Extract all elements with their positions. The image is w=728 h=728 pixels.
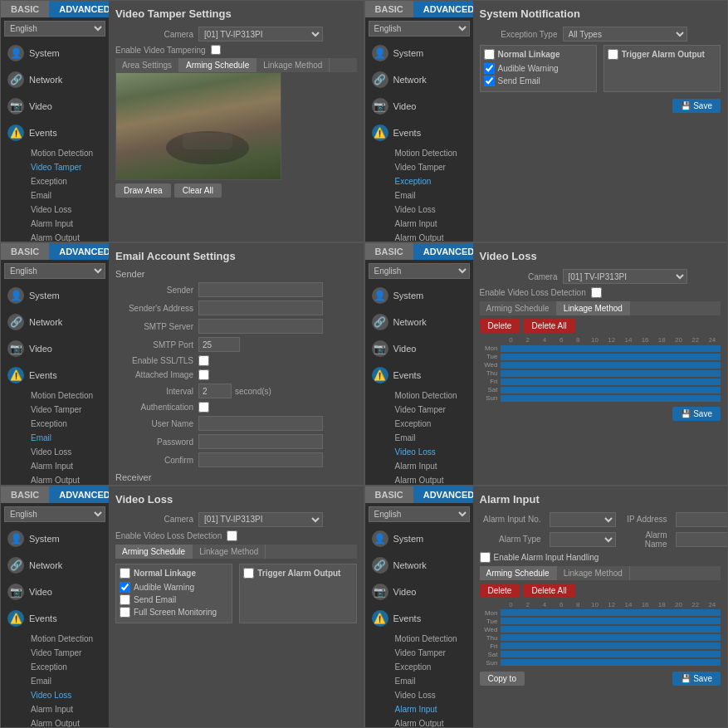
sub-email-4[interactable]: Email (365, 431, 473, 445)
sidebar-item-network-1[interactable]: 🔗 Network (1, 66, 109, 93)
camera-select-1[interactable]: [01] TV-IP313PI (198, 27, 323, 42)
lang-select-3[interactable]: English (4, 263, 105, 279)
tab-basic-2[interactable]: BASIC (365, 1, 413, 17)
save-btn-2[interactable]: 💾 Save (672, 99, 721, 113)
tab-basic-4[interactable]: BASIC (365, 243, 413, 260)
sidebar-item-network-6[interactable]: 🔗 Network (365, 552, 473, 579)
tab-basic-6[interactable]: BASIC (365, 486, 413, 503)
sub-exception-3[interactable]: Exception (1, 417, 109, 431)
delete-btn-4[interactable]: Delete (480, 319, 520, 333)
sub-email-3[interactable]: Email (1, 431, 109, 445)
sidebar-item-network-3[interactable]: 🔗 Network (1, 309, 109, 335)
audible-warning-check[interactable] (484, 63, 495, 74)
sidebar-item-system-1[interactable]: 👤 System (1, 40, 109, 66)
ssl-checkbox[interactable] (198, 355, 209, 366)
sidebar-item-video-3[interactable]: 📷 Video (1, 335, 109, 362)
auth-checkbox[interactable] (198, 402, 209, 413)
enable-checkbox-4[interactable] (591, 287, 602, 298)
username-input[interactable] (198, 416, 323, 431)
sub-exception-6[interactable]: Exception (365, 660, 473, 674)
send-email-check[interactable] (484, 76, 495, 86)
lang-select-4[interactable]: English (369, 263, 470, 279)
lang-select-5[interactable]: English (4, 506, 105, 522)
audible-warning-check-5[interactable] (120, 582, 130, 593)
fullscreen-check-5[interactable] (120, 607, 130, 618)
delete-btn-6[interactable]: Delete (480, 584, 520, 598)
strip-linkage-5[interactable]: Linkage Method (193, 545, 266, 559)
interval-input[interactable] (198, 384, 232, 398)
sidebar-item-video-4[interactable]: 📷 Video (365, 335, 473, 362)
sidebar-item-events-3[interactable]: ⚠️ Events (1, 362, 109, 388)
copy-to-btn-6[interactable]: Copy to (480, 672, 525, 686)
attach-checkbox[interactable] (198, 369, 209, 380)
sub-alarm-output-3[interactable]: Alarm Output (1, 473, 109, 485)
strip-linkage-1[interactable]: Linkage Method (257, 58, 330, 72)
sub-email-1[interactable]: Email (1, 188, 109, 203)
tab-basic-1[interactable]: BASIC (1, 1, 49, 17)
sidebar-item-events-2[interactable]: ⚠️ Events (365, 120, 473, 146)
sub-exception-5[interactable]: Exception (1, 660, 109, 674)
enable-checkbox-1[interactable] (211, 45, 221, 55)
send-email-check-5[interactable] (120, 594, 130, 605)
sub-video-loss-2[interactable]: Video Loss (365, 203, 473, 217)
sub-motion-3[interactable]: Motion Detection (1, 388, 109, 403)
sub-alarm-output-1[interactable]: Alarm Output (1, 231, 109, 242)
sidebar-item-system-5[interactable]: 👤 System (1, 525, 109, 552)
sidebar-item-network-5[interactable]: 🔗 Network (1, 552, 109, 579)
sidebar-item-network-4[interactable]: 🔗 Network (365, 309, 473, 335)
sidebar-item-system-4[interactable]: 👤 System (365, 282, 473, 309)
sidebar-item-video-2[interactable]: 📷 Video (365, 93, 473, 120)
strip-schedule-5[interactable]: Arming Schedule (115, 545, 193, 559)
strip-linkage-6[interactable]: Linkage Method (557, 566, 630, 580)
sub-video-tamper-2[interactable]: Video Tamper (365, 160, 473, 174)
sidebar-item-system-6[interactable]: 👤 System (365, 525, 473, 552)
sub-motion-1[interactable]: Motion Detection (1, 146, 109, 160)
sub-email-2[interactable]: Email (365, 188, 473, 203)
sub-email-5[interactable]: Email (1, 674, 109, 688)
lang-select-6[interactable]: English (369, 506, 470, 522)
sidebar-item-video-5[interactable]: 📷 Video (1, 579, 109, 605)
tab-basic-5[interactable]: BASIC (1, 486, 49, 503)
alarm-name-input[interactable] (676, 532, 728, 547)
tab-basic-3[interactable]: BASIC (1, 243, 49, 260)
clear-all-btn[interactable]: Clear All (174, 183, 222, 198)
sub-video-tamper-4[interactable]: Video Tamper (365, 403, 473, 417)
smtp-server-input[interactable] (198, 319, 323, 334)
sub-motion-5[interactable]: Motion Detection (1, 632, 109, 646)
confirm-input[interactable] (198, 452, 323, 467)
normal-linkage-check-5[interactable] (120, 568, 130, 579)
strip-area-1[interactable]: Area Settings (115, 58, 179, 72)
sub-alarm-output-2[interactable]: Alarm Output (365, 231, 473, 242)
sub-video-loss-5[interactable]: Video Loss (1, 688, 109, 702)
delete-all-btn-6[interactable]: Delete All (523, 584, 574, 598)
exception-type-select[interactable]: All Types (563, 27, 687, 42)
sidebar-item-events-4[interactable]: ⚠️ Events (365, 362, 473, 388)
sub-alarm-output-6[interactable]: Alarm Output (365, 716, 473, 728)
draw-area-btn[interactable]: Draw Area (115, 183, 171, 198)
camera-select-5[interactable]: [01] TV-IP313PI (198, 512, 323, 527)
sidebar-item-events-6[interactable]: ⚠️ Events (365, 605, 473, 632)
enable-checkbox-5[interactable] (227, 530, 237, 541)
sidebar-item-system-2[interactable]: 👤 System (365, 40, 473, 66)
smtp-port-input[interactable] (198, 337, 240, 352)
alarm-type-select[interactable] (550, 532, 616, 547)
sub-alarm-input-1[interactable]: Alarm Input (1, 217, 109, 231)
alarm-input-no-select[interactable] (550, 512, 616, 527)
sub-alarm-input-6[interactable]: Alarm Input (365, 702, 473, 716)
sub-video-loss-3[interactable]: Video Loss (1, 445, 109, 459)
strip-schedule-1[interactable]: Arming Schedule (179, 58, 257, 72)
sidebar-item-events-5[interactable]: ⚠️ Events (1, 605, 109, 632)
sub-video-tamper-3[interactable]: Video Tamper (1, 403, 109, 417)
normal-linkage-check[interactable] (484, 49, 495, 60)
save-btn-6[interactable]: 💾 Save (672, 672, 721, 686)
enable-alarm-checkbox[interactable] (480, 552, 491, 563)
sender-input[interactable] (198, 282, 323, 297)
lang-select-1[interactable]: English (4, 21, 105, 37)
sub-exception-4[interactable]: Exception (365, 417, 473, 431)
sub-email-6[interactable]: Email (365, 674, 473, 688)
sub-alarm-input-3[interactable]: Alarm Input (1, 459, 109, 473)
trigger-alarm-check[interactable] (608, 49, 618, 60)
camera-select-4[interactable]: [01] TV-IP313PI (563, 269, 687, 284)
sidebar-item-system-3[interactable]: 👤 System (1, 282, 109, 309)
sub-motion-4[interactable]: Motion Detection (365, 388, 473, 403)
